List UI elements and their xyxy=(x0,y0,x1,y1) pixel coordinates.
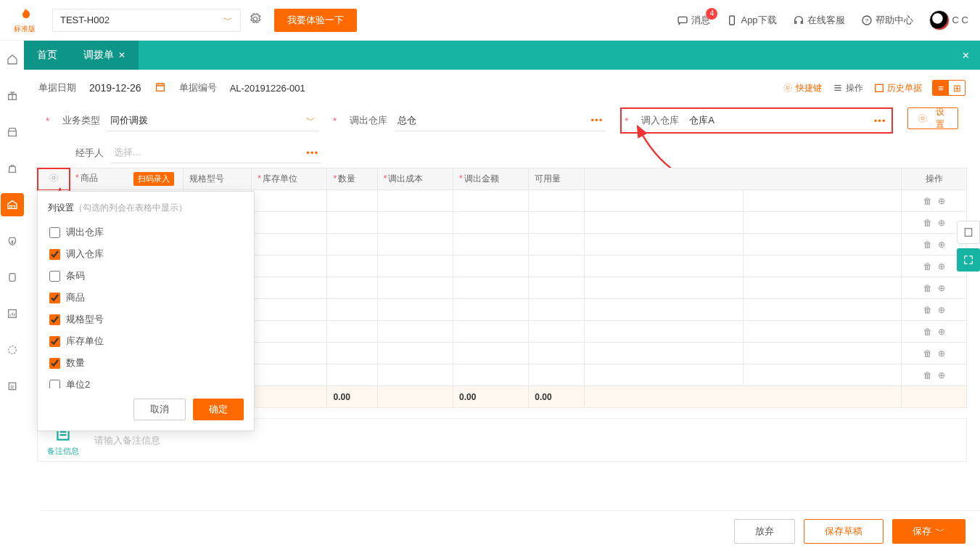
tab-transfer[interactable]: 调拨单 ✕ xyxy=(70,41,139,70)
more-icon[interactable]: ••• xyxy=(306,147,318,158)
phone-icon xyxy=(726,15,738,26)
svg-text:新: 新 xyxy=(10,384,15,389)
copy-icon[interactable]: ⊕ xyxy=(938,196,945,206)
delete-icon[interactable]: 🗑 xyxy=(923,305,932,315)
copy-icon[interactable]: ⊕ xyxy=(938,348,945,359)
svg-point-16 xyxy=(52,176,55,179)
col-cost: *调出成本 xyxy=(377,168,453,190)
save-draft-button[interactable]: 保存草稿 xyxy=(804,519,884,544)
total-cost: 0.00 xyxy=(453,386,529,408)
close-all-tabs[interactable]: ✕ xyxy=(951,41,980,70)
copy-icon[interactable]: ⊕ xyxy=(938,261,945,272)
app-download-link[interactable]: App下载 xyxy=(726,14,776,27)
checkbox[interactable] xyxy=(49,358,60,369)
nav-home-icon[interactable] xyxy=(1,48,24,71)
user-menu[interactable]: C C xyxy=(929,10,968,30)
nav-report-icon[interactable] xyxy=(1,302,24,325)
column-option[interactable]: 条码 xyxy=(48,265,234,287)
nav-bag-icon[interactable] xyxy=(1,157,24,180)
checkbox[interactable] xyxy=(49,227,60,238)
form-row-2: 经手人 选择...••• xyxy=(24,138,980,168)
header-actions: 快捷键 操作 历史单据 ≡ ⊞ xyxy=(782,80,965,96)
copy-icon[interactable]: ⊕ xyxy=(938,305,945,315)
messages-link[interactable]: 消息 4 xyxy=(677,14,710,27)
checkbox[interactable] xyxy=(49,336,60,347)
customer-service-link[interactable]: 在线客服 xyxy=(793,14,845,27)
checkbox[interactable] xyxy=(49,314,60,325)
copy-icon[interactable]: ⊕ xyxy=(938,327,945,337)
note-tool-icon[interactable] xyxy=(957,221,980,244)
trial-button[interactable]: 我要体验一下 xyxy=(274,9,357,32)
column-settings-popup: 列设置（勾选的列会在表格中显示） 调出仓库调入仓库条码商品规格型号库存单位数量单… xyxy=(37,191,255,431)
field-in-warehouse[interactable]: * 调入仓库 仓库A••• xyxy=(620,107,893,134)
column-option[interactable]: 规格型号 xyxy=(48,309,234,330)
checkbox[interactable] xyxy=(49,380,60,389)
settings-button[interactable]: 设置 xyxy=(907,107,958,129)
discard-button[interactable]: 放弃 xyxy=(734,519,795,544)
scan-button[interactable]: 扫码录入 xyxy=(133,172,174,186)
delete-icon[interactable]: 🗑 xyxy=(923,218,932,228)
field-out-warehouse[interactable]: * 调出仓库 总仓••• xyxy=(333,107,606,134)
nav-new-icon[interactable]: 新 xyxy=(1,375,24,398)
date-value[interactable]: 2019-12-26 xyxy=(89,82,141,94)
col-product: *商品扫码录入 xyxy=(70,168,184,190)
side-nav: 新 xyxy=(0,41,24,551)
delete-icon[interactable]: 🗑 xyxy=(923,283,932,293)
chevron-down-icon: ﹀ xyxy=(936,525,945,538)
field-handler[interactable]: 经手人 选择...••• xyxy=(46,142,321,163)
expand-tool-icon[interactable] xyxy=(957,248,980,272)
confirm-button[interactable]: 确定 xyxy=(193,399,244,420)
svg-point-11 xyxy=(786,86,789,89)
more-icon[interactable]: ••• xyxy=(591,115,604,126)
nav-loading-icon[interactable] xyxy=(1,338,24,362)
delete-icon[interactable]: 🗑 xyxy=(923,196,932,206)
cancel-button[interactable]: 取消 xyxy=(133,399,186,420)
checkbox[interactable] xyxy=(49,249,60,260)
column-option[interactable]: 库存单位 xyxy=(48,330,234,352)
project-selector[interactable]: TEST-H002 ﹀ xyxy=(52,9,241,32)
delete-icon[interactable]: 🗑 xyxy=(923,327,932,337)
delete-icon[interactable]: 🗑 xyxy=(923,348,932,359)
more-icon[interactable]: ••• xyxy=(874,115,886,126)
copy-icon[interactable]: ⊕ xyxy=(938,240,945,250)
column-option[interactable]: 单位2 xyxy=(48,374,234,388)
checkbox[interactable] xyxy=(49,293,60,303)
delete-icon[interactable]: 🗑 xyxy=(923,370,932,380)
checkbox[interactable] xyxy=(49,271,60,282)
field-business-type[interactable]: * 业务类型 同价调拨﹀ xyxy=(46,107,318,134)
history-link[interactable]: 历史单据 xyxy=(873,82,922,94)
column-option[interactable]: 商品 xyxy=(48,287,234,309)
grid-view-icon[interactable]: ⊞ xyxy=(949,81,965,95)
tab-home[interactable]: 首页 xyxy=(24,41,70,70)
copy-icon[interactable]: ⊕ xyxy=(938,218,945,228)
delete-icon[interactable]: 🗑 xyxy=(923,261,932,272)
help-center-link[interactable]: ? 帮助中心 xyxy=(861,14,913,27)
copy-icon[interactable]: ⊕ xyxy=(938,283,945,293)
nav-money-icon[interactable] xyxy=(1,229,24,253)
form-row-1: * 业务类型 同价调拨﹀ * 调出仓库 总仓••• * 调入仓库 仓库A••• … xyxy=(24,103,980,138)
nav-store-icon[interactable] xyxy=(1,121,24,144)
popup-list[interactable]: 调出仓库调入仓库条码商品规格型号库存单位数量单位2 xyxy=(48,221,244,388)
close-icon[interactable]: ✕ xyxy=(118,50,125,60)
view-toggle[interactable]: ≡ ⊞ xyxy=(932,80,965,96)
nav-clipboard-icon[interactable] xyxy=(1,266,24,289)
copy-icon[interactable]: ⊕ xyxy=(938,370,945,380)
save-button[interactable]: 保存﹀ xyxy=(892,519,965,544)
column-option[interactable]: 调出仓库 xyxy=(48,221,234,243)
column-option[interactable]: 调入仓库 xyxy=(48,243,234,265)
shortcut-link[interactable]: 快捷键 xyxy=(782,82,822,94)
list-view-icon[interactable]: ≡ xyxy=(933,81,949,95)
nav-warehouse-icon[interactable] xyxy=(1,193,24,216)
calendar-icon[interactable] xyxy=(155,81,166,95)
column-settings-header[interactable] xyxy=(38,168,70,190)
calendar-icon xyxy=(873,82,885,94)
operations-link[interactable]: 操作 xyxy=(832,82,863,94)
column-option[interactable]: 数量 xyxy=(48,352,234,374)
right-float-tools xyxy=(957,221,980,272)
nav-gift-icon[interactable] xyxy=(1,84,24,107)
delete-icon[interactable]: 🗑 xyxy=(923,240,932,250)
notes-input[interactable] xyxy=(88,429,966,452)
docnum-value: AL-20191226-001 xyxy=(230,83,305,94)
settings-icon[interactable] xyxy=(250,13,261,27)
gear-icon xyxy=(782,82,794,94)
